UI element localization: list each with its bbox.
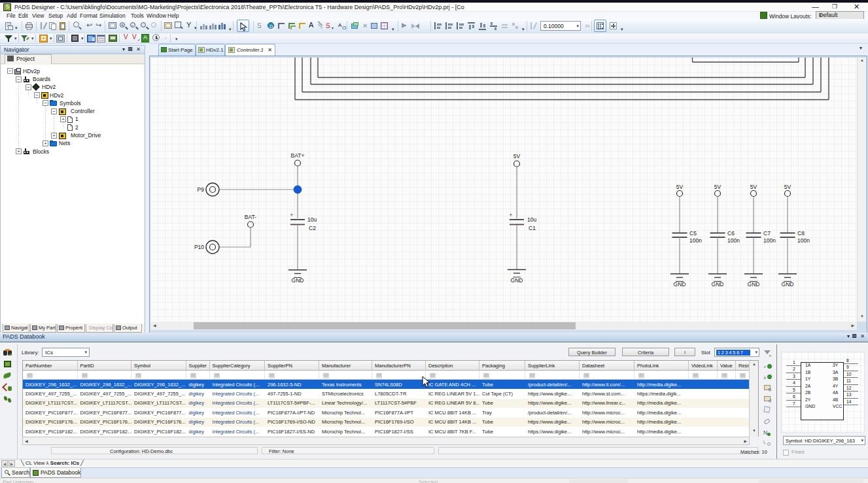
svg-text:5V: 5V <box>784 184 791 190</box>
svg-text:5V: 5V <box>750 184 757 190</box>
svg-text:P10: P10 <box>194 244 204 250</box>
svg-text:GND: GND <box>674 281 686 288</box>
svg-text:C2: C2 <box>309 225 316 231</box>
svg-text:5V: 5V <box>513 153 521 159</box>
svg-text:BAT+: BAT+ <box>291 152 305 159</box>
svg-text:P9: P9 <box>198 186 205 193</box>
svg-text:+: + <box>509 212 512 218</box>
svg-text:5V: 5V <box>676 184 684 190</box>
svg-text:BAT-: BAT- <box>245 214 256 220</box>
svg-text:100n: 100n <box>763 237 776 244</box>
svg-text:GND: GND <box>782 281 794 288</box>
svg-text:C6: C6 <box>727 230 735 237</box>
svg-text:+: + <box>290 212 293 218</box>
svg-text:10u: 10u <box>527 216 536 223</box>
svg-text:GND: GND <box>712 281 724 288</box>
svg-text:C5: C5 <box>689 230 697 237</box>
svg-text:100n: 100n <box>689 237 702 244</box>
svg-text:5V: 5V <box>714 184 721 190</box>
svg-text:10u: 10u <box>307 216 317 223</box>
svg-text:C8: C8 <box>797 230 805 237</box>
svg-text:GND: GND <box>748 281 760 288</box>
svg-text:100n: 100n <box>727 237 740 244</box>
svg-text:GND: GND <box>511 277 523 284</box>
svg-text:C1: C1 <box>529 225 536 231</box>
svg-text:C7: C7 <box>763 230 771 237</box>
svg-text:GND: GND <box>292 277 304 284</box>
svg-text:100n: 100n <box>797 237 810 244</box>
